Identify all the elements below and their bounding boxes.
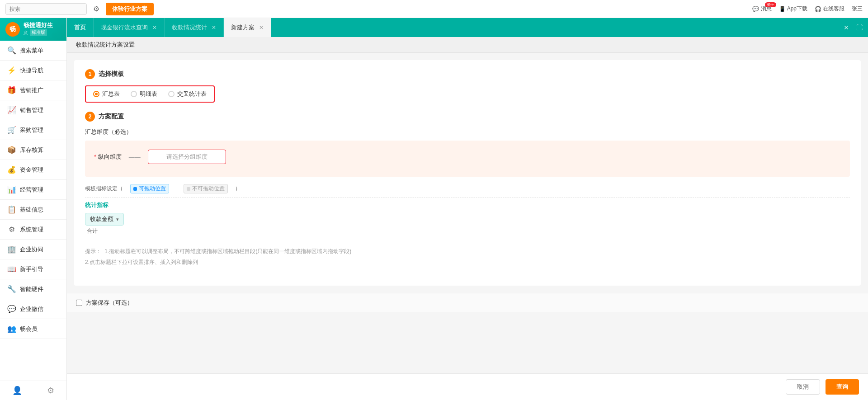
sidebar-item-system[interactable]: ⚙ 系统管理 xyxy=(0,220,66,240)
tip1-row: 提示： 1.拖动标题栏可以调整布局，不可跨维度或指标区域拖动栏目段(只能在同一维… xyxy=(85,246,850,257)
dimension-arrow: —— xyxy=(129,154,141,160)
search-icon: 🔍 xyxy=(7,46,16,55)
radio-detail[interactable] xyxy=(131,91,137,97)
top-header: ⚙ 体验行业方案 💬 消息 99+ 📱 App下载 🎧 在线客服 张三 xyxy=(0,0,868,18)
sidebar-label-guide: 新手引导 xyxy=(20,265,43,273)
tab-home[interactable]: 首页 xyxy=(67,18,94,37)
tab-receipts-label: 收款情况统计 xyxy=(172,24,207,32)
sidebar-item-wechat[interactable]: 💬 企业微信 xyxy=(0,299,66,319)
dimension-row: * 纵向维度 —— 请选择分组维度 xyxy=(94,150,841,164)
tab-bar: 首页 现金银行流水查询 ✕ 收款情况统计 ✕ 新建方案 ✕ ✕ ⛶ xyxy=(67,18,868,37)
tab-receipts[interactable]: 收款情况统计 ✕ xyxy=(165,18,224,37)
draggable-dot xyxy=(133,187,137,191)
step1-title: 1 选择模板 xyxy=(85,69,850,79)
template-detail-label: 明细表 xyxy=(140,90,157,98)
query-button[interactable]: 查询 xyxy=(826,379,859,395)
tab-bar-right: ✕ ⛶ xyxy=(842,18,868,37)
sidebar-item-enterprise[interactable]: 🏢 企业协同 xyxy=(0,240,66,259)
industry-btn[interactable]: 体验行业方案 xyxy=(106,3,154,15)
sidebar-item-purchase[interactable]: 🛒 采购管理 xyxy=(0,120,66,140)
hardware-icon: 🔧 xyxy=(7,285,16,293)
step1-num: 1 xyxy=(85,69,95,79)
draggable-badge: 可拖动位置 xyxy=(130,184,169,193)
tab-maximize-btn[interactable]: ⛶ xyxy=(854,22,864,33)
content-area: 首页 现金银行流水查询 ✕ 收款情况统计 ✕ 新建方案 ✕ ✕ ⛶ xyxy=(67,18,868,400)
template-summary-label: 汇总表 xyxy=(102,90,120,98)
tab-new-plan-close[interactable]: ✕ xyxy=(259,24,264,31)
tip2-text: 2.点击标题栏下拉可设置排序、插入列和删除列 xyxy=(85,259,198,265)
template-cross-label: 交叉统计表 xyxy=(177,90,207,98)
sidebar-label-basic-info: 基础信息 xyxy=(20,206,43,214)
step2-num: 2 xyxy=(85,112,95,122)
marketing-icon: 🎁 xyxy=(7,86,16,94)
sidebar-item-member[interactable]: 👥 畅会员 xyxy=(0,319,66,339)
user-name[interactable]: 张三 xyxy=(852,5,863,13)
template-cross[interactable]: 交叉统计表 xyxy=(168,90,207,98)
cancel-button[interactable]: 取消 xyxy=(786,379,820,395)
online-service-link[interactable]: 🎧 在线客服 xyxy=(815,5,844,13)
sidebar-label-hardware: 智能硬件 xyxy=(20,285,43,293)
radio-cross[interactable] xyxy=(168,91,175,97)
purchase-icon: 🛒 xyxy=(7,126,16,134)
edition-badge: 标准版 xyxy=(30,29,47,36)
non-draggable-label: 不可拖动位置 xyxy=(192,185,225,193)
gear-button[interactable]: ⚙ xyxy=(90,3,102,15)
guide-icon: 📖 xyxy=(7,265,16,273)
tab-new-plan[interactable]: 新建方案 ✕ xyxy=(224,18,271,37)
sidebar-item-basic-info[interactable]: 📋 基础信息 xyxy=(0,200,66,220)
app-icon: 📱 xyxy=(779,6,786,12)
step1-section: 1 选择模板 汇总表 明细表 xyxy=(85,69,850,103)
tab-home-label: 首页 xyxy=(74,24,86,32)
radio-summary[interactable] xyxy=(93,91,99,97)
save-checkbox[interactable] xyxy=(76,300,82,306)
save-section: 方案保存（可选） xyxy=(67,293,868,312)
page-header: 收款情况统计方案设置 xyxy=(67,37,868,53)
template-detail[interactable]: 明细表 xyxy=(131,90,157,98)
tab-cashflow[interactable]: 现金银行流水查询 ✕ xyxy=(94,18,165,37)
form-container: 1 选择模板 汇总表 明细表 xyxy=(74,60,861,286)
page-body: 收款情况统计方案设置 1 选择模板 汇总表 xyxy=(67,37,868,373)
sidebar-label-enterprise: 企业协同 xyxy=(20,245,43,254)
step1-label: 选择模板 xyxy=(99,70,124,78)
sidebar-label-wechat: 企业微信 xyxy=(20,305,43,313)
chevron-down-icon: ▾ xyxy=(116,216,119,222)
sidebar-item-guide[interactable]: 📖 新手引导 xyxy=(0,259,66,279)
sidebar-item-operations[interactable]: 📊 经营管理 xyxy=(0,180,66,200)
save-label: 方案保存（可选） xyxy=(86,299,133,307)
dimension-placeholder[interactable]: 请选择分组维度 xyxy=(148,150,226,164)
metrics-divider xyxy=(85,197,850,198)
sidebar-item-quick-nav[interactable]: ⚡ 快捷导航 xyxy=(0,61,66,80)
metrics-label: 统计指标 xyxy=(85,201,850,209)
sidebar-person-icon[interactable]: 👤 xyxy=(12,386,22,395)
logo-area: 畅 畅捷通好生 意 标准版 xyxy=(0,18,66,41)
logo-text: 畅捷通好生 xyxy=(24,22,53,29)
tab-receipts-close[interactable]: ✕ xyxy=(212,24,216,31)
sidebar-item-inventory[interactable]: 📦 库存核算 xyxy=(0,140,66,160)
tab-close-all-btn[interactable]: ✕ xyxy=(842,22,851,33)
sidebar-label-inventory: 库存核算 xyxy=(20,146,43,154)
sidebar-label-finance: 资金管理 xyxy=(20,166,43,174)
message-badge[interactable]: 💬 消息 99+ xyxy=(752,5,772,13)
sidebar-item-search[interactable]: 🔍 搜索菜单 xyxy=(0,41,66,61)
sidebar-item-sales[interactable]: 📈 销售管理 xyxy=(0,100,66,120)
tip2-row: 2.点击标题栏下拉可设置排序、插入列和删除列 xyxy=(85,257,850,268)
metric-tag-container: 收款金额 ▾ 合计 xyxy=(85,213,850,235)
sidebar-item-hardware[interactable]: 🔧 智能硬件 xyxy=(0,279,66,299)
app-download-link[interactable]: 📱 App下载 xyxy=(779,5,807,13)
member-icon: 👥 xyxy=(7,325,16,333)
dimension-area: * 纵向维度 —— 请选择分组维度 xyxy=(85,141,850,177)
dimension-title: 汇总维度（必选） xyxy=(85,128,850,136)
search-input[interactable] xyxy=(5,3,87,15)
sidebar-label-search: 搜索菜单 xyxy=(20,47,43,55)
tip1-text: 1.拖动标题栏可以调整布局，不可跨维度或指标区域拖动栏目段(只能在同一维度或指标… xyxy=(104,248,351,254)
template-summary[interactable]: 汇总表 xyxy=(93,90,120,98)
sidebar-item-finance[interactable]: 💰 资金管理 xyxy=(0,160,66,180)
tips-title-label: 提示： xyxy=(85,248,101,254)
sidebar-item-marketing[interactable]: 🎁 营销推广 xyxy=(0,80,66,100)
main-container: 畅 畅捷通好生 意 标准版 🔍 搜索菜单 ⚡ 快捷导航 🎁 营销推广 📈 销售管… xyxy=(0,18,868,400)
tab-cashflow-close[interactable]: ✕ xyxy=(152,24,157,31)
sidebar-settings-icon[interactable]: ⚙ xyxy=(47,386,54,395)
inventory-icon: 📦 xyxy=(7,146,16,154)
basic-info-icon: 📋 xyxy=(7,205,16,214)
metric-tag-amount[interactable]: 收款金额 ▾ xyxy=(85,213,124,226)
